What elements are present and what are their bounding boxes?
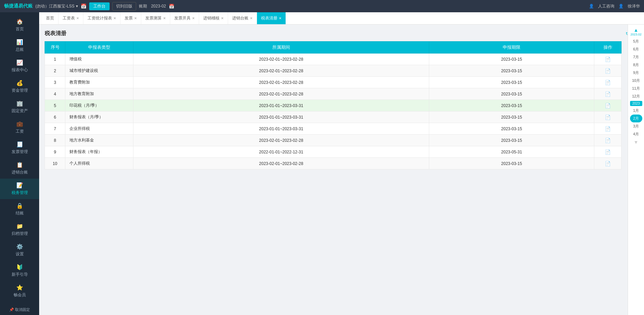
cell-action[interactable]: 📄: [594, 65, 622, 77]
close-icon[interactable]: ✕: [221, 16, 224, 20]
cell-action[interactable]: 📄: [594, 111, 622, 123]
cell-deadline: 2023-05-31: [429, 146, 594, 158]
close-icon[interactable]: ✕: [250, 16, 253, 20]
cell-action[interactable]: 📄: [594, 135, 622, 146]
cell-index: 10: [45, 158, 65, 169]
sidebar-item-general-ledger[interactable]: 📊 总账: [0, 35, 39, 56]
edit-icon[interactable]: 📄: [605, 103, 611, 108]
close-icon[interactable]: ✕: [76, 16, 79, 20]
cell-action[interactable]: 📄: [594, 158, 622, 169]
tab-invoice-open[interactable]: 发票开具 ✕: [170, 12, 199, 25]
tab-payroll-stats[interactable]: 工资统计报表 ✕: [83, 12, 120, 25]
invoice-icon: 🧾: [16, 141, 23, 148]
timeline-month-7[interactable]: 7月: [630, 53, 642, 61]
col-index: 序号: [45, 42, 65, 54]
cell-index: 1: [45, 54, 65, 65]
period-label: 账期: [139, 3, 147, 9]
sidebar-item-purchase-sales[interactable]: 📋 进销台账: [0, 158, 39, 179]
sidebar-item-settings[interactable]: ⚙️ 设置: [0, 240, 39, 260]
user-service-button[interactable]: 人工咨询: [598, 3, 614, 9]
sidebar-item-invoice-mgmt[interactable]: 🧾 发票管理: [0, 138, 39, 158]
cell-action[interactable]: 📄: [594, 77, 622, 88]
table-row: 3教育费附加2023-02-01~2023-02-282023-03-15📄: [45, 77, 622, 88]
close-icon[interactable]: ✕: [163, 16, 166, 20]
chevron-up-button[interactable]: ▲: [634, 27, 639, 33]
timeline-month-4[interactable]: 4月: [630, 130, 642, 138]
close-icon[interactable]: ✕: [192, 16, 195, 20]
table-row: 9财务报表（年报）2022-01-01~2022-12-312023-05-31…: [45, 146, 622, 158]
tab-bar: 首页 工资表 ✕ 工资统计报表 ✕ 发票 ✕ 发票测算 ✕ 发票开具 ✕: [39, 12, 644, 25]
timeline-month-11[interactable]: 11月: [630, 85, 642, 92]
workbench-button[interactable]: 工作台: [89, 2, 110, 10]
switch-button[interactable]: 切到旧版: [112, 2, 136, 11]
tab-tax-register[interactable]: 税表清册 ✕: [257, 12, 286, 25]
sidebar-item-home[interactable]: 🏠 首页: [0, 15, 39, 35]
edit-icon[interactable]: 📄: [605, 57, 611, 62]
sidebar-item-closing[interactable]: 🔒 结账: [0, 199, 39, 220]
cell-index: 6: [45, 111, 65, 123]
timeline-month-12[interactable]: 12月: [630, 92, 642, 100]
period-value: 2023-02: [151, 4, 166, 9]
sidebar-item-payroll[interactable]: 💼 工资: [0, 117, 39, 138]
cell-action[interactable]: 📄: [594, 123, 622, 135]
edit-icon[interactable]: 📄: [605, 161, 611, 166]
edit-icon[interactable]: 📄: [605, 91, 611, 97]
col-action: 操作: [594, 42, 622, 54]
cell-action[interactable]: 📄: [594, 88, 622, 100]
edit-icon[interactable]: 📄: [605, 80, 611, 85]
cell-type: 地方水利基金: [65, 135, 133, 146]
timeline-month-9[interactable]: 9月: [630, 69, 642, 77]
tab-purchase-audit[interactable]: 进销稽核 ✕: [199, 12, 228, 25]
close-icon[interactable]: ✕: [279, 16, 281, 20]
cell-type: 企业所得税: [65, 123, 133, 135]
timeline-month-6[interactable]: 6月: [630, 45, 642, 53]
sidebar-item-label: 固定资产: [12, 108, 28, 114]
sidebar-item-fixed-assets[interactable]: 🏢 固定资产: [0, 97, 39, 117]
sidebar-item-beginner-guide[interactable]: 🔰 新手引导: [0, 260, 39, 281]
cell-index: 8: [45, 135, 65, 146]
tab-purchase-ledger[interactable]: 进销台账 ✕: [228, 12, 257, 25]
edit-icon[interactable]: 📄: [605, 115, 611, 120]
edit-icon[interactable]: 📄: [605, 68, 611, 74]
cell-deadline: 2023-03-15: [429, 158, 594, 169]
tab-payroll-table[interactable]: 工资表 ✕: [59, 12, 83, 25]
sidebar-item-label: 发票管理: [12, 149, 28, 155]
app-logo: 畅捷通易代账: [4, 3, 33, 9]
cell-deadline: 2023-03-15: [429, 111, 594, 123]
cell-action[interactable]: 📄: [594, 100, 622, 111]
user-name[interactable]: 徐泽华: [628, 3, 640, 9]
timeline-month-5[interactable]: 5月: [630, 38, 642, 45]
sidebar-item-tax-mgmt[interactable]: 📝 税务管理: [0, 179, 39, 199]
user-service-icon: 👤: [589, 4, 594, 9]
sidebar-item-archive-mgmt[interactable]: 📁 归档管理: [0, 220, 39, 240]
timeline-month-8[interactable]: 8月: [630, 61, 642, 69]
tab-invoice-calc[interactable]: 发票测算 ✕: [141, 12, 170, 25]
sidebar-item-report-center[interactable]: 📈 报表中心: [0, 56, 39, 76]
tab-invoice[interactable]: 发票 ✕: [120, 12, 141, 25]
timeline-month-1[interactable]: 1月: [630, 107, 642, 115]
cell-type: 财务报表（年报）: [65, 146, 133, 158]
tab-home[interactable]: 首页: [42, 12, 59, 25]
chevron-down-button[interactable]: ▼: [634, 139, 639, 145]
unpin-button[interactable]: 📌 取消固定: [0, 304, 39, 315]
edit-icon[interactable]: 📄: [605, 126, 611, 132]
timeline-month-3[interactable]: 3月: [630, 122, 642, 130]
edit-icon[interactable]: 📄: [605, 149, 611, 155]
close-icon[interactable]: ✕: [134, 16, 137, 20]
sidebar-item-vip-member[interactable]: ⭐ 畅会员: [0, 281, 39, 301]
table-container: 序号 申报表类型 所属期间 申报期限 操作 1增值税2023-02-01~202…: [45, 41, 622, 169]
cell-period: 2023-02-01~2023-02-28: [133, 54, 429, 65]
close-icon[interactable]: ✕: [113, 16, 116, 20]
chevron-down-icon: ▾: [76, 4, 78, 9]
col-period: 所属期间: [133, 42, 429, 54]
cell-action[interactable]: 📄: [594, 54, 622, 65]
cell-action[interactable]: 📄: [594, 146, 622, 158]
edit-icon[interactable]: 📄: [605, 138, 611, 143]
timeline-year-2023[interactable]: 2023: [630, 101, 642, 106]
company-selector[interactable]: (勿动）江西服宝-LSS ▾: [35, 3, 78, 9]
timeline-month-10[interactable]: 10月: [630, 77, 642, 85]
purchase-icon: 📋: [16, 162, 23, 168]
timeline-panel: ▲ 2023.02 5月 6月 7月 8月 9月 10月 11月 12月 202…: [628, 25, 644, 315]
sidebar-item-capital-mgmt[interactable]: 💰 资金管理: [0, 76, 39, 97]
timeline-month-2[interactable]: 2月: [630, 115, 642, 122]
